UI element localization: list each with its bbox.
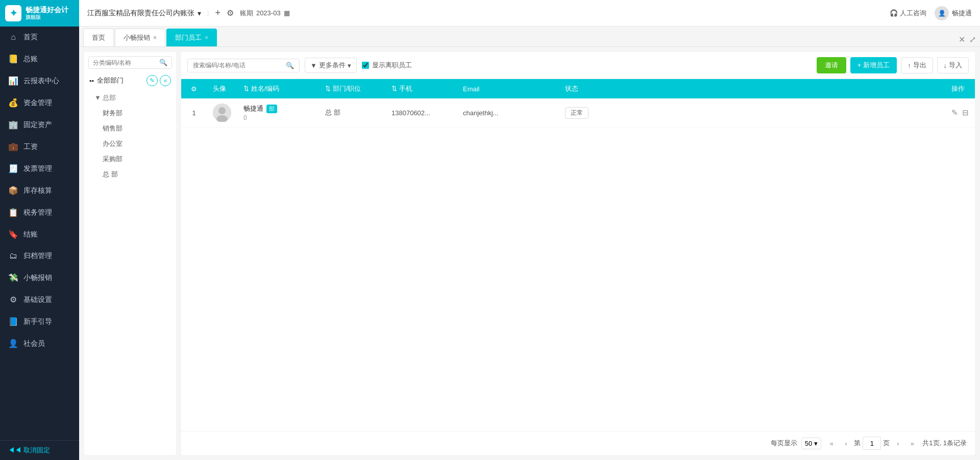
page-suffix: 页 (883, 439, 890, 448)
assets-icon: 🏢 (8, 120, 18, 130)
show-resigned-toggle[interactable]: 显示离职员工 (362, 61, 412, 70)
sidebar-item-assets[interactable]: 🏢 固定资产 (0, 114, 79, 136)
dept-collapse-button[interactable]: « (160, 75, 171, 86)
sidebar-item-label: 发票管理 (23, 164, 52, 173)
app-logo[interactable]: ✦ 畅捷通好会计 旗舰版 (0, 0, 79, 27)
sidebar: ✦ 畅捷通好会计 旗舰版 ⌂ 首页 📒 总账 📊 云报表中心 💰 资金管理 🏢 … (0, 0, 79, 460)
dept-child-purchase[interactable]: 采购部 (92, 151, 172, 167)
expense-icon: 💸 (8, 273, 18, 283)
user-avatar: 👤 (935, 6, 949, 20)
emp-panel: 🔍 ▼ 更多条件 ▾ 显示离职员工 邀请 + 新增员工 ↑ 导出 (181, 52, 975, 455)
sidebar-item-label: 归档管理 (23, 251, 52, 261)
col-dept[interactable]: ⇅ 部门/职位 (319, 79, 385, 98)
tab-home-label: 首页 (92, 33, 105, 42)
sidebar-item-label: 基础设置 (23, 295, 52, 304)
show-resigned-label: 显示离职员工 (372, 61, 412, 70)
dept-edit-button[interactable]: ✎ (146, 75, 158, 86)
guide-icon: 📘 (8, 317, 18, 326)
sidebar-item-label: 云报表中心 (23, 76, 59, 86)
import-icon: ↓ (944, 62, 947, 69)
tab-department-label: 部门员工 (175, 33, 202, 42)
sidebar-item-tax[interactable]: 📋 税务管理 (0, 201, 79, 223)
first-page-button[interactable]: « (825, 437, 838, 449)
tab-home[interactable]: 首页 (83, 29, 114, 46)
sidebar-item-invoice[interactable]: 🧾 发票管理 (0, 158, 79, 180)
account-settings-button[interactable]: ⚙ (227, 8, 234, 18)
company-name: 江西服宝精品有限责任公司内账张 (87, 9, 194, 18)
more-actions-button[interactable]: ⊟ (962, 108, 969, 117)
export-button[interactable]: ↑ 导出 (901, 57, 933, 73)
sidebar-item-label: 资金管理 (23, 98, 52, 108)
next-page-button[interactable]: › (892, 437, 904, 449)
sidebar-item-expense[interactable]: 💸 小畅报销 (0, 267, 79, 289)
sidebar-item-label: 总账 (23, 55, 38, 64)
sidebar-item-closing[interactable]: 🔖 结账 (0, 223, 79, 245)
sidebar-item-home[interactable]: ⌂ 首页 (0, 27, 79, 48)
sidebar-item-salary[interactable]: 💼 工资 (0, 136, 79, 158)
table-header-row: ⚙ 头像 ⇅ 姓名/编码 ⇅ 部门/职位 (181, 79, 975, 98)
prev-page-button[interactable]: ‹ (840, 437, 852, 449)
col-settings-icon: ⚙ (191, 85, 197, 93)
sidebar-item-member[interactable]: 👤 社会员 (0, 333, 79, 354)
tab-expense[interactable]: 小畅报销 × (115, 29, 165, 46)
dept-child-sales[interactable]: 销售部 (92, 121, 172, 136)
sidebar-nav: ⌂ 首页 📒 总账 📊 云报表中心 💰 资金管理 🏢 固定资产 💼 工资 🧾 发… (0, 27, 79, 440)
emp-search-input[interactable] (193, 62, 283, 69)
tab-expense-close[interactable]: × (153, 34, 157, 41)
page-number-input[interactable] (863, 437, 881, 450)
emp-search-icon: 🔍 (286, 62, 294, 69)
dept-child-office[interactable]: 办公室 (92, 136, 172, 151)
col-email: Email (457, 79, 559, 98)
emp-search-box[interactable]: 🔍 (187, 59, 300, 72)
filter-button[interactable]: ▼ 更多条件 ▾ (305, 58, 357, 73)
import-button[interactable]: ↓ 导入 (937, 57, 969, 73)
sidebar-item-ledger[interactable]: 📒 总账 (0, 48, 79, 70)
dept-child-finance[interactable]: 财务部 (92, 106, 172, 121)
dept-title-label: 全部部门 (97, 76, 124, 85)
close-tab-button[interactable]: ✕ (959, 35, 965, 44)
period-value: 2023-03 (256, 9, 281, 17)
service-label: 人工咨询 (900, 9, 926, 18)
col-phone[interactable]: ⇅ 手机 (385, 79, 457, 98)
dept-search-input[interactable] (93, 59, 157, 66)
dept-parent-hq[interactable]: ▼ 总部 (92, 90, 172, 106)
expand-tab-button[interactable]: ⤢ (969, 35, 976, 44)
add-account-button[interactable]: + (215, 8, 220, 18)
row-phone-cell: 138070602... (385, 98, 457, 127)
sidebar-item-label: 小畅报销 (23, 273, 52, 283)
emp-name-wrap: 畅捷通 部 (243, 104, 313, 113)
user-menu[interactable]: 👤 畅捷通 (935, 6, 972, 20)
row-avatar-cell (207, 98, 237, 127)
sidebar-item-finance[interactable]: 💰 资金管理 (0, 92, 79, 114)
show-resigned-checkbox[interactable] (362, 62, 369, 69)
dept-tree-icons: ✎ « (146, 75, 171, 86)
row-name-cell: 畅捷通 部 0 (237, 98, 319, 127)
unpin-button[interactable]: ◀◀ 取消固定 (0, 440, 79, 460)
sidebar-item-reports[interactable]: 📊 云报表中心 (0, 70, 79, 92)
tab-department[interactable]: 部门员工 × (166, 29, 217, 46)
row-index: 1 (181, 98, 207, 127)
row-action-icons: ✎ ⊟ (642, 108, 969, 117)
service-button[interactable]: 🎧 人工咨询 (890, 9, 926, 18)
col-name[interactable]: ⇅ 姓名/编码 (237, 79, 319, 98)
salary-icon: 💼 (8, 142, 18, 151)
finance-icon: 💰 (8, 98, 18, 108)
period-selector[interactable]: 账期 2023-03 ▦ (240, 9, 290, 18)
sidebar-item-archive[interactable]: 🗂 归档管理 (0, 245, 79, 267)
sidebar-item-settings[interactable]: ⚙ 基础设置 (0, 289, 79, 311)
last-page-button[interactable]: » (906, 437, 918, 449)
dept-child-general[interactable]: 总 部 (92, 167, 172, 182)
page-size-select[interactable]: 50 ▾ (801, 438, 821, 449)
filter-chevron-icon: ▾ (348, 62, 351, 69)
company-selector[interactable]: 江西服宝精品有限责任公司内账张 ▾ (87, 9, 201, 18)
sidebar-item-inventory[interactable]: 📦 库存核算 (0, 180, 79, 201)
col-settings[interactable]: ⚙ (181, 79, 207, 98)
add-employee-button[interactable]: + 新增员工 (850, 57, 897, 73)
sidebar-item-guide[interactable]: 📘 新手引导 (0, 311, 79, 333)
tab-department-close[interactable]: × (205, 34, 208, 41)
edit-employee-button[interactable]: ✎ (951, 108, 958, 117)
dept-search-box[interactable]: 🔍 (88, 56, 172, 69)
member-icon: 👤 (8, 339, 18, 348)
invite-button[interactable]: 邀请 (817, 57, 846, 73)
sidebar-item-label: 税务管理 (23, 208, 52, 217)
